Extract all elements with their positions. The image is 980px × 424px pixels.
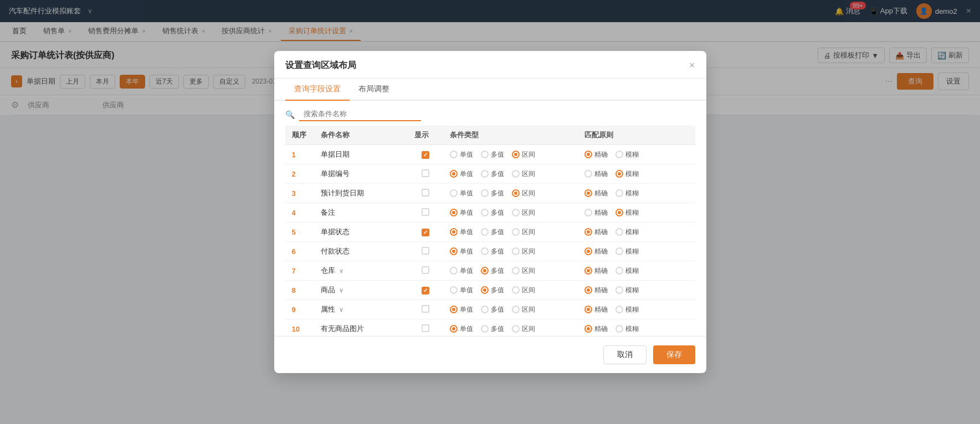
match-radio-exact[interactable]: 精确 [584,208,608,218]
match-circle-fuzzy [615,189,623,197]
match-radio-fuzzy[interactable]: 模糊 [615,286,639,295]
type-radio-single[interactable]: 单值 [450,150,473,159]
match-radio-fuzzy[interactable]: 模糊 [615,247,639,256]
match-radio-fuzzy[interactable]: 模糊 [615,305,639,314]
type-radio-single[interactable]: 单值 [450,266,473,276]
type-radio-range[interactable]: 区间 [512,227,535,237]
type-radio-range[interactable]: 区间 [512,169,535,179]
show-checkbox[interactable] [422,229,429,236]
match-radio-exact[interactable]: 精确 [584,169,608,179]
match-label-fuzzy: 模糊 [625,286,639,295]
type-radio-single[interactable]: 单值 [450,208,473,218]
type-radio-multi[interactable]: 多值 [481,150,504,159]
match-radio-exact[interactable]: 精确 [584,150,608,159]
type-radio-range[interactable]: 区间 [512,266,535,276]
dialog-tab-layout[interactable]: 布局调整 [350,79,398,101]
dialog-close-button[interactable]: × [689,60,695,71]
show-checkbox[interactable] [422,305,429,313]
row-type: 单值多值区间 [443,184,578,203]
match-radio-exact[interactable]: 精确 [584,247,608,256]
show-checkbox[interactable] [422,324,429,332]
row-show[interactable] [408,145,443,164]
row-show[interactable] [408,203,443,223]
type-radio-multi[interactable]: 多值 [481,169,504,179]
match-radio-fuzzy[interactable]: 模糊 [615,169,639,179]
row-show[interactable] [408,319,443,337]
type-radio-single[interactable]: 单值 [450,227,473,237]
match-radio-fuzzy[interactable]: 模糊 [615,324,639,334]
type-radio-multi[interactable]: 多值 [481,227,504,237]
match-label-exact: 精确 [594,305,608,314]
radio-label-range: 区间 [522,169,535,179]
type-radio-single[interactable]: 单值 [450,189,473,198]
table-row: 3预计到货日期单值多值区间精确模糊 [285,184,695,203]
show-checkbox[interactable] [422,266,429,274]
show-checkbox[interactable] [422,247,429,255]
match-radio-exact[interactable]: 精确 [584,189,608,198]
row-match: 精确模糊 [578,281,695,300]
row-show[interactable] [408,242,443,261]
th-type: 条件类型 [443,126,578,145]
row-show[interactable] [408,281,443,300]
match-radio-exact[interactable]: 精确 [584,305,608,314]
row-show[interactable] [408,300,443,319]
type-radio-multi[interactable]: 多值 [481,208,504,218]
type-radio-range[interactable]: 区间 [512,305,535,314]
type-radio-multi[interactable]: 多值 [481,286,504,295]
radio-label-multi: 多值 [491,305,504,314]
row-show[interactable] [408,184,443,203]
radio-circle-single [450,325,458,333]
radio-label-range: 区间 [522,247,535,256]
type-radio-single[interactable]: 单值 [450,324,473,334]
cancel-button[interactable]: 取消 [603,345,647,364]
match-radio-fuzzy[interactable]: 模糊 [615,266,639,276]
expand-icon[interactable]: ∨ [337,287,343,293]
type-radio-multi[interactable]: 多值 [481,305,504,314]
row-show[interactable] [408,164,443,184]
row-show[interactable] [408,261,443,281]
expand-icon[interactable]: ∨ [337,267,343,274]
match-radio-exact[interactable]: 精确 [584,324,608,334]
type-radio-range[interactable]: 区间 [512,286,535,295]
dialog-tab-query-fields[interactable]: 查询字段设置 [285,79,350,101]
radio-label-range: 区间 [522,227,535,237]
show-checkbox[interactable] [422,151,429,159]
type-radio-range[interactable]: 区间 [512,324,535,334]
type-radio-single[interactable]: 单值 [450,305,473,314]
table-row: 7仓库 ∨单值多值区间精确模糊 [285,261,695,281]
row-name: 仓库 ∨ [314,261,408,281]
search-input[interactable] [299,107,421,121]
type-radio-range[interactable]: 区间 [512,208,535,218]
radio-circle-single [450,189,458,197]
type-radio-multi[interactable]: 多值 [481,247,504,256]
match-label-fuzzy: 模糊 [625,227,639,237]
type-radio-multi[interactable]: 多值 [481,189,504,198]
radio-label-multi: 多值 [491,150,504,159]
row-name: 单据状态 [314,223,408,242]
match-radio-exact[interactable]: 精确 [584,266,608,276]
match-radio-fuzzy[interactable]: 模糊 [615,208,639,218]
show-checkbox[interactable] [422,169,429,177]
match-radio-fuzzy[interactable]: 模糊 [615,227,639,237]
type-radio-single[interactable]: 单值 [450,169,473,179]
type-radio-multi[interactable]: 多值 [481,324,504,334]
show-checkbox[interactable] [422,287,429,294]
type-radio-range[interactable]: 区间 [512,189,535,198]
show-checkbox[interactable] [422,208,429,216]
match-radio-fuzzy[interactable]: 模糊 [615,189,639,198]
type-radio-range[interactable]: 区间 [512,150,535,159]
row-match: 精确模糊 [578,203,695,223]
match-radio-fuzzy[interactable]: 模糊 [615,150,639,159]
row-show[interactable] [408,223,443,242]
match-radio-exact[interactable]: 精确 [584,286,608,295]
expand-icon[interactable]: ∨ [337,306,343,313]
show-checkbox[interactable] [422,189,429,197]
type-radio-single[interactable]: 单值 [450,286,473,295]
type-radio-multi[interactable]: 多值 [481,266,504,276]
dialog-tab-query-fields-label: 查询字段设置 [294,84,341,93]
save-button[interactable]: 保存 [653,345,695,364]
match-radio-exact[interactable]: 精确 [584,227,608,237]
type-radio-single[interactable]: 单值 [450,247,473,256]
type-radio-range[interactable]: 区间 [512,247,535,256]
match-label-fuzzy: 模糊 [625,150,639,159]
